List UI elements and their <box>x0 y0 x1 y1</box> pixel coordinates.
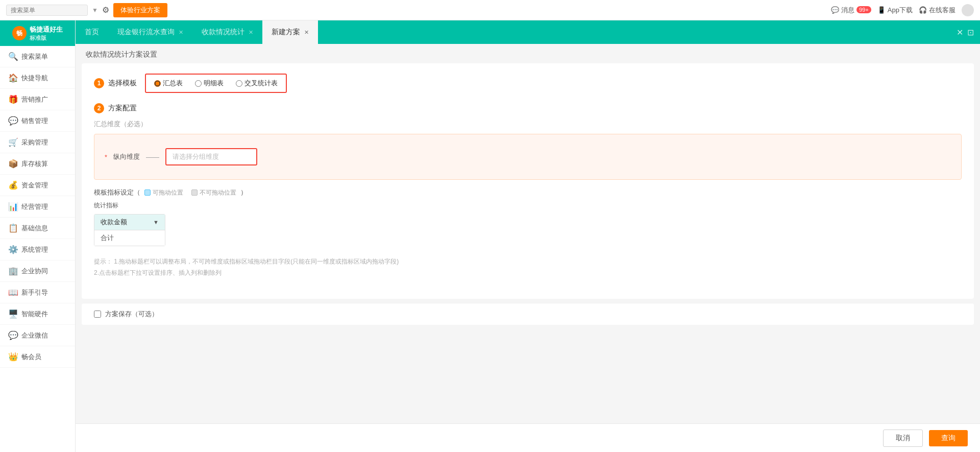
sidebar-item-label: 经营管理 <box>21 202 48 211</box>
legend-draggable: 可拖动位置 <box>144 188 183 197</box>
logo-icon: 畅 <box>12 26 27 40</box>
sidebar-item-label: 搜索菜单 <box>21 52 48 61</box>
sidebar-item-label: 畅会员 <box>21 352 41 362</box>
radio-summary[interactable]: 汇总表 <box>154 79 183 88</box>
sidebar-item-smart-hw[interactable]: 🖥️ 智能硬件 <box>0 303 75 325</box>
search-input[interactable] <box>6 5 88 16</box>
sidebar-item-label: 系统管理 <box>21 245 48 254</box>
app-download-label: App下载 <box>888 6 913 15</box>
hint-section: 提示： 1.拖动标题栏可以调整布局，不可跨维度或指标区域拖动栏目字段(只能在同一… <box>94 256 962 278</box>
indicator-table-header[interactable]: 收款金额 ▼ <box>94 215 165 230</box>
dropdown-icon[interactable]: ▼ <box>92 7 98 14</box>
form-card: 1 选择模板 汇总表 明细表 <box>82 63 974 299</box>
indicator-section-label: 统计指标 <box>94 201 165 210</box>
step2-section: 2 方案配置 汇总维度（必选） * 纵向维度 —— 请选择分组维度 <box>94 103 962 278</box>
indicator-dropdown-arrow[interactable]: ▼ <box>153 219 159 225</box>
step1-section: 1 选择模板 汇总表 明细表 <box>94 74 962 93</box>
user-profile[interactable] <box>962 4 974 16</box>
app-download-icon: 📱 <box>877 6 886 14</box>
tab-bar: 首页 现金银行流水查询 ✕ 收款情况统计 ✕ 新建方案 ✕ ✕ ⊡ <box>76 20 980 44</box>
wechat-icon: 💬 <box>8 330 17 340</box>
tab-close-bank-flow[interactable]: ✕ <box>179 29 183 36</box>
sidebar-logo: 畅 畅捷通好生 标准版 <box>0 20 75 46</box>
online-service-item[interactable]: 🎧 在线客服 <box>919 6 955 15</box>
tab-home[interactable]: 首页 <box>76 20 108 44</box>
step1-title: 选择模板 <box>108 79 137 88</box>
tab-new-plan[interactable]: 新建方案 ✕ <box>262 20 318 44</box>
sidebar-item-wechat[interactable]: 💬 企业微信 <box>0 325 75 346</box>
user-avatar <box>962 4 974 16</box>
dimension-group-label: 汇总维度（必选） <box>94 120 962 129</box>
dimension-row-vertical: * 纵向维度 —— 请选择分组维度 <box>105 148 257 165</box>
sidebar-item-label: 企业微信 <box>21 331 48 340</box>
legend-dot-blue <box>144 189 151 196</box>
sidebar-item-enterprise[interactable]: 🏢 企业协同 <box>0 260 75 282</box>
member-icon: 👑 <box>8 352 17 362</box>
cancel-button[interactable]: 取消 <box>883 430 923 447</box>
tab-close-receipt-stat[interactable]: ✕ <box>249 29 253 36</box>
indicator-table: 收款金额 ▼ 合计 <box>94 214 165 246</box>
sidebar-item-label: 快捷导航 <box>21 74 48 83</box>
dimension-select[interactable]: 请选择分组维度 <box>165 148 257 165</box>
tab-bank-flow[interactable]: 现金银行流水查询 ✕ <box>108 20 192 44</box>
finance-icon: 💰 <box>8 180 17 190</box>
sidebar-item-search-menu[interactable]: 🔍 搜索菜单 <box>0 46 75 67</box>
sidebar-item-label: 采购管理 <box>21 138 48 147</box>
tab-close-new-plan[interactable]: ✕ <box>304 29 309 36</box>
sidebar-item-member[interactable]: 👑 畅会员 <box>0 346 75 368</box>
indicator-section: 统计指标 收款金额 ▼ 合计 <box>94 201 165 246</box>
logo-text: 畅捷通好生 标准版 <box>30 25 63 42</box>
dim-vertical-label: 纵向维度 <box>113 152 140 161</box>
sidebar-item-label: 基础信息 <box>21 224 48 233</box>
sidebar-item-label: 智能硬件 <box>21 310 48 319</box>
indicator-title: 模板指标设定（ 可拖动位置 不可拖动位置 <box>94 188 962 197</box>
sidebar-item-purchase[interactable]: 🛒 采购管理 <box>0 132 75 153</box>
query-button[interactable]: 查询 <box>929 430 968 446</box>
dimension-area: * 纵向维度 —— 请选择分组维度 <box>94 134 962 180</box>
template-radio-group: 汇总表 明细表 交叉统计表 <box>145 74 287 93</box>
sales-icon: 💬 <box>8 116 17 126</box>
sys-mgmt-icon: ⚙️ <box>8 245 17 254</box>
main-layout: 畅 畅捷通好生 标准版 🔍 搜索菜单 🏠 快捷导航 🎁 营销推广 💬 销售管理 … <box>0 20 980 452</box>
sidebar-item-sales[interactable]: 💬 销售管理 <box>0 110 75 132</box>
save-checkbox[interactable] <box>94 311 101 318</box>
sidebar-item-inventory[interactable]: 📦 库存核算 <box>0 153 75 175</box>
tab-close-all-icon[interactable]: ✕ <box>957 28 963 37</box>
guide-icon: 📖 <box>8 288 17 297</box>
gear-icon[interactable]: ⚙ <box>102 5 109 15</box>
notification-label: 消息 <box>841 6 854 15</box>
dim-required-marker: * <box>105 153 107 161</box>
sidebar-item-sys-mgmt[interactable]: ⚙️ 系统管理 <box>0 239 75 260</box>
top-header: ▼ ⚙ 体验行业方案 💬 消息 99+ 📱 App下载 🎧 在线客服 <box>0 0 980 20</box>
tab-maximize-icon[interactable]: ⊡ <box>967 28 974 37</box>
hint-1: 提示： 1.拖动标题栏可以调整布局，不可跨维度或指标区域拖动栏目字段(只能在同一… <box>94 256 962 268</box>
industry-btn[interactable]: 体验行业方案 <box>113 3 167 17</box>
sidebar-item-basic-info[interactable]: 📋 基础信息 <box>0 218 75 239</box>
sidebar-item-marketing[interactable]: 🎁 营销推广 <box>0 89 75 110</box>
radio-detail[interactable]: 明细表 <box>195 79 224 88</box>
marketing-icon: 🎁 <box>8 94 17 104</box>
page-breadcrumb: 收款情况统计方案设置 <box>76 44 980 63</box>
notification-item[interactable]: 💬 消息 99+ <box>831 6 871 15</box>
sidebar: 畅 畅捷通好生 标准版 🔍 搜索菜单 🏠 快捷导航 🎁 营销推广 💬 销售管理 … <box>0 20 76 452</box>
sidebar-item-label: 资金管理 <box>21 181 48 190</box>
notification-icon: 💬 <box>831 6 839 14</box>
radio-cross[interactable]: 交叉统计表 <box>236 79 278 88</box>
breadcrumb-text: 收款情况统计方案设置 <box>86 50 157 58</box>
main-content: 收款情况统计方案设置 1 选择模板 汇总表 <box>76 44 980 423</box>
sidebar-item-quick-nav[interactable]: 🏠 快捷导航 <box>0 67 75 89</box>
step1-number: 1 <box>94 78 104 88</box>
step2-header: 2 方案配置 <box>94 103 962 113</box>
basic-info-icon: 📋 <box>8 223 17 233</box>
app-download-item[interactable]: 📱 App下载 <box>877 6 913 15</box>
sidebar-item-operations[interactable]: 📊 经营管理 <box>0 196 75 218</box>
sidebar-item-finance[interactable]: 💰 资金管理 <box>0 175 75 196</box>
quick-nav-icon: 🏠 <box>8 73 17 83</box>
notification-badge: 99+ <box>856 6 871 13</box>
tab-receipt-stat[interactable]: 收款情况统计 ✕ <box>192 20 262 44</box>
footer-bar: 取消 查询 <box>76 423 980 452</box>
indicator-table-area: 统计指标 收款金额 ▼ 合计 <box>94 201 962 246</box>
sidebar-item-guide[interactable]: 📖 新手引导 <box>0 282 75 303</box>
indicator-legend: 可拖动位置 不可拖动位置 <box>144 188 236 197</box>
sidebar-item-label: 企业协同 <box>21 267 48 276</box>
